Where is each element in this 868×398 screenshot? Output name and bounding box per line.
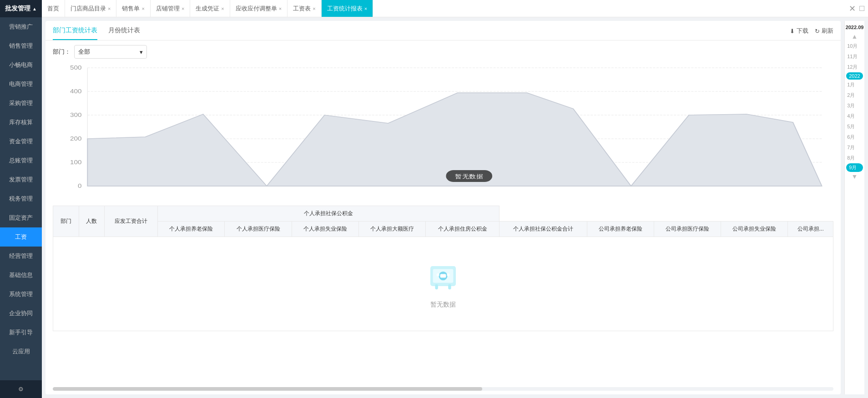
- timeline-month-4月[interactable]: 4月: [846, 111, 863, 121]
- data-table: 部门 人数 应发工资合计 个人承担社保公积金 个人承担养老保险个人承担医疗保险个…: [53, 206, 833, 331]
- horizontal-scrollbar[interactable]: [53, 387, 833, 391]
- tab-close-icon[interactable]: ×: [313, 6, 315, 11]
- scrollbar-thumb: [53, 387, 482, 391]
- timeline-month-12月[interactable]: 12月: [846, 62, 863, 72]
- dept-label: 部门：: [53, 48, 71, 56]
- th-sub-个人承担住房公积金: 个人承担住房公积金: [426, 222, 500, 237]
- timeline-month-1月[interactable]: 1月: [846, 80, 863, 90]
- sidebar-item-基础信息[interactable]: 基础信息: [0, 266, 42, 285]
- toolbar: 部门： 全部 ▾: [45, 40, 841, 63]
- dept-select[interactable]: 全部 ▾: [74, 45, 147, 59]
- tab-label: 门店商品目录: [71, 5, 106, 13]
- th-sub-公司承担...: 公司承担...: [788, 222, 833, 237]
- tab-销售单[interactable]: 销售单×: [116, 0, 150, 17]
- sidebar-item-工资[interactable]: 工资: [0, 227, 42, 247]
- sidebar-item-小畅电商[interactable]: 小畅电商: [0, 55, 42, 75]
- sidebar-item-税务管理[interactable]: 税务管理: [0, 189, 42, 208]
- svg-text:200: 200: [70, 136, 82, 142]
- sidebar-item-资金管理[interactable]: 资金管理: [0, 132, 42, 151]
- timeline: 2022.09 ▲ 10月11月12月20221月2月3月4月5月6月7月8月9…: [844, 21, 864, 394]
- timeline-month-3月[interactable]: 3月: [846, 101, 863, 111]
- tab-label: 应收应付调整单: [236, 5, 277, 13]
- sidebar-item-新手引导[interactable]: 新手引导: [0, 323, 42, 342]
- download-icon: ⬇: [790, 28, 795, 35]
- sidebar-item-经营管理[interactable]: 经营管理: [0, 247, 42, 266]
- th-sub-个人承担养老保险: 个人承担养老保险: [158, 222, 225, 237]
- tab-close-icon[interactable]: ×: [279, 6, 282, 11]
- tab-label: 生成凭证: [196, 5, 219, 13]
- svg-point-21: [437, 273, 439, 276]
- timeline-month-2022[interactable]: 2022: [846, 72, 863, 80]
- svg-text:100: 100: [70, 160, 82, 166]
- timeline-down-arrow[interactable]: ▼: [851, 172, 859, 181]
- sub-tab-dept[interactable]: 部门工资统计表: [53, 26, 97, 40]
- download-label: 下载: [797, 27, 808, 35]
- timeline-month-6月[interactable]: 6月: [846, 132, 863, 142]
- tab-label: 首页: [47, 5, 59, 13]
- sidebar: 批发管理 ▲ 营销推广销售管理小畅电商电商管理采购管理库存核算资金管理总账管理发…: [0, 0, 42, 398]
- th-sub-个人承担大额医疗: 个人承担大额医疗: [358, 222, 425, 237]
- dept-value: 全部: [78, 48, 90, 56]
- timeline-year-label[interactable]: 2022.09: [845, 23, 864, 32]
- empty-text: 暂无数据: [430, 301, 456, 309]
- refresh-button[interactable]: ↻ 刷新: [815, 27, 833, 35]
- tab-close-icon[interactable]: ×: [221, 6, 224, 11]
- timeline-month-11月[interactable]: 11月: [846, 51, 863, 62]
- svg-rect-18: [440, 274, 446, 278]
- timeline-month-7月[interactable]: 7月: [846, 142, 863, 153]
- sidebar-expand-icon: ▲: [32, 6, 37, 11]
- tab-close-icon[interactable]: ×: [108, 6, 111, 11]
- page: 部门工资统计表 月份统计表 ⬇ 下载 ↻ 刷新 部门： 全部: [45, 21, 841, 394]
- tab-店铺管理[interactable]: 店铺管理×: [151, 0, 190, 17]
- th-sub-个人承担医疗保险: 个人承担医疗保险: [225, 222, 292, 237]
- table-area[interactable]: 部门 人数 应发工资合计 个人承担社保公积金 个人承担养老保险个人承担医疗保险个…: [53, 206, 833, 387]
- tab-首页[interactable]: 首页: [42, 0, 65, 17]
- sidebar-settings[interactable]: ⚙: [0, 380, 42, 398]
- sidebar-item-采购管理[interactable]: 采购管理: [0, 94, 42, 113]
- tab-close-icon[interactable]: ×: [182, 6, 184, 11]
- sidebar-item-销售管理[interactable]: 销售管理: [0, 36, 42, 55]
- tab-close-icon[interactable]: ×: [141, 6, 144, 11]
- th-sub-公司承担失业保险: 公司承担失业保险: [721, 222, 788, 237]
- th-count: 人数: [79, 206, 105, 237]
- chart-svg: 0 100 200 300 400 500 暂无数据: [53, 63, 833, 200]
- sidebar-item-企业协同[interactable]: 企业协同: [0, 304, 42, 323]
- tab-工资统计报表[interactable]: 工资统计报表×: [322, 0, 373, 17]
- tab-restore-icon[interactable]: □: [859, 4, 864, 13]
- timeline-month-5月[interactable]: 5月: [846, 121, 863, 132]
- sidebar-item-电商管理[interactable]: 电商管理: [0, 75, 42, 94]
- timeline-month-9月[interactable]: 9月: [846, 163, 863, 172]
- tab-close-icon[interactable]: ✕: [849, 4, 856, 14]
- timeline-month-2月[interactable]: 2月: [846, 90, 863, 101]
- timeline-month-8月[interactable]: 8月: [846, 153, 863, 163]
- sidebar-item-总账管理[interactable]: 总账管理: [0, 151, 42, 170]
- tab-bar: 首页门店商品目录×销售单×店铺管理×生成凭证×应收应付调整单×工资表×工资统计报…: [42, 0, 868, 17]
- svg-text:400: 400: [70, 89, 82, 95]
- th-total: 应发工资合计: [105, 206, 158, 237]
- th-dept: 部门: [53, 206, 79, 237]
- th-sub-个人承担失业保险: 个人承担失业保险: [292, 222, 358, 237]
- tab-label: 工资表: [293, 5, 311, 13]
- download-button[interactable]: ⬇ 下载: [790, 27, 808, 35]
- sidebar-item-固定资产[interactable]: 固定资产: [0, 208, 42, 227]
- sidebar-item-发票管理[interactable]: 发票管理: [0, 170, 42, 189]
- tab-label: 销售单: [122, 5, 140, 13]
- timeline-up-arrow[interactable]: ▲: [851, 32, 859, 41]
- refresh-icon: ↻: [815, 28, 820, 35]
- tab-close-icon[interactable]: ×: [364, 6, 367, 11]
- chart-area: 0 100 200 300 400 500 暂无数据: [45, 63, 841, 206]
- svg-rect-20: [448, 284, 451, 289]
- main-area: 首页门店商品目录×销售单×店铺管理×生成凭证×应收应付调整单×工资表×工资统计报…: [42, 0, 868, 398]
- timeline-month-10月[interactable]: 10月: [846, 41, 863, 51]
- sidebar-top-menu[interactable]: 批发管理 ▲: [0, 0, 42, 17]
- sidebar-item-系统管理[interactable]: 系统管理: [0, 285, 42, 304]
- sidebar-item-云应用[interactable]: 云应用: [0, 342, 42, 361]
- sidebar-item-库存核算[interactable]: 库存核算: [0, 113, 42, 132]
- tab-应收应付调整单[interactable]: 应收应付调整单×: [230, 0, 288, 17]
- tab-生成凭证[interactable]: 生成凭证×: [190, 0, 230, 17]
- svg-text:300: 300: [70, 112, 82, 118]
- sub-tab-month[interactable]: 月份统计表: [108, 26, 140, 40]
- tab-门店商品目录[interactable]: 门店商品目录×: [65, 0, 116, 17]
- sidebar-item-营销推广[interactable]: 营销推广: [0, 17, 42, 36]
- tab-工资表[interactable]: 工资表×: [288, 0, 321, 17]
